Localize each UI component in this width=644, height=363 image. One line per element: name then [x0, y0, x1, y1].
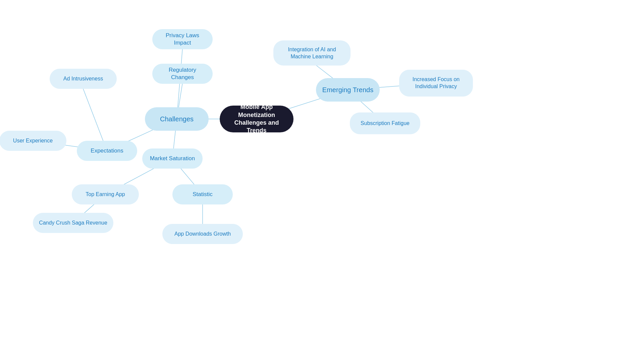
subscription-fatigue-node[interactable]: Subscription Fatigue — [350, 113, 420, 134]
emerging-trends-node[interactable]: Emerging Trends — [316, 78, 380, 102]
candy-crush-node[interactable]: Candy Crush Saga Revenue — [33, 213, 113, 233]
app-downloads-node[interactable]: App Downloads Growth — [162, 224, 243, 244]
market-saturation-node[interactable]: Market Saturation — [142, 148, 203, 169]
privacy-laws-node[interactable]: Privacy Laws Impact — [152, 29, 213, 49]
mindmap-container: Mobile App Monetization Challenges and T… — [0, 0, 644, 363]
regulatory-changes-node[interactable]: Regulatory Changes — [152, 64, 213, 84]
individual-privacy-node[interactable]: Increased Focus on Individual Privacy — [399, 70, 473, 97]
challenges-node[interactable]: Challenges — [145, 107, 209, 131]
top-earning-app-node[interactable]: Top Earning App — [72, 184, 139, 204]
user-experience-node[interactable]: User Experience — [0, 131, 66, 151]
ai-machine-node[interactable]: Integration of AI and Machine Learning — [273, 41, 351, 66]
ad-intrusiveness-node[interactable]: Ad Intrusiveness — [50, 69, 117, 89]
statistic-node[interactable]: Statistic — [172, 184, 233, 204]
center-node[interactable]: Mobile App Monetization Challenges and T… — [220, 106, 293, 132]
expectations-node[interactable]: Expectations — [77, 141, 137, 161]
